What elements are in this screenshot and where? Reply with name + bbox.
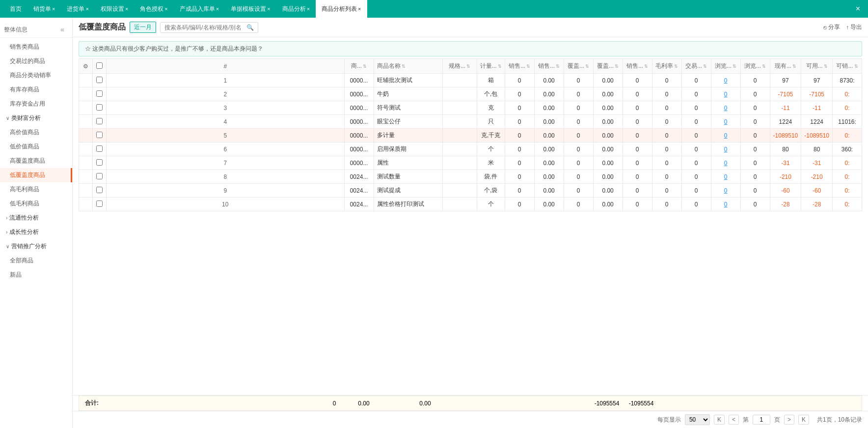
row-select-checkbox[interactable]: [96, 77, 103, 83]
nav-product-entry[interactable]: 产成品入库单 ×: [174, 0, 225, 18]
row-settings[interactable]: [79, 156, 93, 170]
row-select-checkbox[interactable]: [96, 90, 103, 97]
row-browse1[interactable]: 0: [711, 115, 740, 129]
row-select-checkbox[interactable]: [96, 187, 103, 193]
sidebar-collapse-btn[interactable]: «: [56, 24, 68, 35]
row-settings[interactable]: [79, 74, 93, 87]
sidebar-group-flow[interactable]: › 流通性分析: [0, 211, 72, 225]
row-checkbox[interactable]: [93, 87, 107, 101]
row-browse1[interactable]: 0: [711, 184, 740, 198]
sidebar-item-all-goods[interactable]: 全部商品: [0, 254, 72, 268]
row-checkbox[interactable]: [93, 143, 107, 156]
row-select-checkbox[interactable]: [96, 173, 103, 179]
sidebar-item-high-coverage[interactable]: 高覆盖度商品: [0, 154, 72, 168]
row-checkbox[interactable]: [93, 198, 107, 211]
sidebar-item-sales-goods[interactable]: 销售类商品: [0, 40, 72, 54]
nav-goods-analysis[interactable]: 商品分析 ×: [276, 0, 316, 18]
nav-close-purchase[interactable]: ×: [85, 6, 88, 12]
close-all-tabs[interactable]: ×: [852, 4, 864, 13]
col-available-stock[interactable]: 可用...⇅: [801, 59, 833, 74]
col-sales3[interactable]: 销售...⇅: [623, 59, 652, 74]
nav-close-sales[interactable]: ×: [52, 6, 55, 12]
time-filter-btn[interactable]: 近一月: [130, 22, 156, 33]
row-browse1[interactable]: 0: [711, 143, 740, 156]
sidebar-item-inventory-funds[interactable]: 库存资金占用: [0, 97, 72, 111]
sidebar-item-high-margin[interactable]: 高毛利商品: [0, 182, 72, 197]
row-checkbox[interactable]: [93, 129, 107, 143]
share-btn[interactable]: ⎋ 分享: [823, 23, 840, 31]
sidebar-item-new-goods[interactable]: 新品: [0, 268, 72, 282]
nav-permissions[interactable]: 权限设置 ×: [95, 0, 134, 18]
row-checkbox[interactable]: [93, 170, 107, 184]
row-settings[interactable]: [79, 184, 93, 198]
sidebar-item-in-stock[interactable]: 有库存商品: [0, 83, 72, 97]
col-spec[interactable]: 规格...⇅: [442, 59, 477, 74]
nav-close-product[interactable]: ×: [216, 6, 219, 12]
row-checkbox[interactable]: [93, 184, 107, 198]
sidebar-group-growth[interactable]: › 成长性分析: [0, 225, 72, 239]
next-page-btn[interactable]: >: [784, 415, 794, 425]
row-browse1[interactable]: 0: [711, 198, 740, 211]
col-cover1[interactable]: 覆盖...⇅: [564, 59, 593, 74]
row-browse1[interactable]: 0: [711, 156, 740, 170]
col-sellable[interactable]: 可销...⇅: [833, 59, 862, 74]
nav-sales-order[interactable]: 销货单 ×: [27, 0, 61, 18]
nav-close-list[interactable]: ×: [358, 6, 361, 12]
row-settings[interactable]: [79, 170, 93, 184]
row-settings[interactable]: [79, 115, 93, 129]
col-current-stock[interactable]: 现有...⇅: [770, 59, 801, 74]
col-name[interactable]: 商品名称⇅: [374, 59, 442, 74]
sidebar-item-low-margin[interactable]: 低毛利商品: [0, 197, 72, 211]
row-browse1[interactable]: 0: [711, 74, 740, 87]
row-settings[interactable]: [79, 143, 93, 156]
nav-template-settings[interactable]: 单据模板设置 ×: [225, 0, 276, 18]
row-select-checkbox[interactable]: [96, 118, 103, 124]
row-checkbox[interactable]: [93, 156, 107, 170]
row-select-checkbox[interactable]: [96, 104, 103, 111]
col-gross-margin[interactable]: 毛利率⇅: [652, 59, 681, 74]
nav-close-template[interactable]: ×: [267, 6, 270, 12]
sidebar-item-low-value[interactable]: 低价值商品: [0, 140, 72, 154]
page-number-input[interactable]: [753, 415, 770, 425]
row-settings[interactable]: [79, 198, 93, 211]
sidebar-group-marketing[interactable]: ∨ 营销推广分析: [0, 239, 72, 254]
col-sales-amt[interactable]: 销售...⇅: [534, 59, 564, 74]
row-settings[interactable]: [79, 87, 93, 101]
nav-close-permissions[interactable]: ×: [125, 6, 128, 12]
sidebar-group-wealth[interactable]: ∨ 类财富分析: [0, 111, 72, 125]
row-select-checkbox[interactable]: [96, 159, 103, 166]
row-browse1[interactable]: 0: [711, 129, 740, 143]
nav-role-auth[interactable]: 角色授权 ×: [134, 0, 173, 18]
page-size-select[interactable]: 50 100 200: [685, 414, 710, 425]
row-checkbox[interactable]: [93, 101, 107, 115]
row-select-checkbox[interactable]: [96, 145, 103, 152]
col-code[interactable]: 商...⇅: [344, 59, 374, 74]
col-cover2[interactable]: 覆盖...⇅: [593, 59, 623, 74]
nav-purchase[interactable]: 进货单 ×: [61, 0, 94, 18]
nav-close-goods[interactable]: ×: [307, 6, 310, 12]
search-input[interactable]: [164, 24, 246, 31]
sidebar-item-low-coverage[interactable]: 低覆盖度商品: [0, 168, 72, 182]
col-unit[interactable]: 计量...⇅: [477, 59, 505, 74]
sidebar-item-traded-goods[interactable]: 交易过的商品: [0, 54, 72, 68]
col-browse2[interactable]: 浏览...⇅: [740, 59, 770, 74]
sidebar-item-high-value[interactable]: 高价值商品: [0, 125, 72, 140]
row-select-checkbox[interactable]: [96, 132, 103, 138]
col-trade[interactable]: 交易...⇅: [681, 59, 711, 74]
row-checkbox[interactable]: [93, 74, 107, 87]
col-settings[interactable]: ⚙: [79, 59, 93, 74]
row-browse1[interactable]: 0: [711, 101, 740, 115]
row-browse1[interactable]: 0: [711, 87, 740, 101]
last-page-btn[interactable]: K: [798, 415, 809, 425]
col-sales-qty[interactable]: 销售...⇅: [505, 59, 534, 74]
row-checkbox[interactable]: [93, 115, 107, 129]
sidebar-item-category-rate[interactable]: 商品分类动销率: [0, 68, 72, 83]
export-btn[interactable]: ↑ 导出: [846, 23, 862, 31]
table-container[interactable]: ⚙ # 商...⇅ 商品名称⇅ 规格...⇅ 计量...⇅ 销售...⇅ 销售.…: [73, 58, 868, 395]
row-settings[interactable]: [79, 129, 93, 143]
col-browse1[interactable]: 浏览...⇅: [711, 59, 740, 74]
row-select-checkbox[interactable]: [96, 200, 103, 207]
prev-page-btn[interactable]: <: [729, 415, 739, 425]
row-browse1[interactable]: 0: [711, 170, 740, 184]
first-page-btn[interactable]: K: [714, 415, 725, 425]
